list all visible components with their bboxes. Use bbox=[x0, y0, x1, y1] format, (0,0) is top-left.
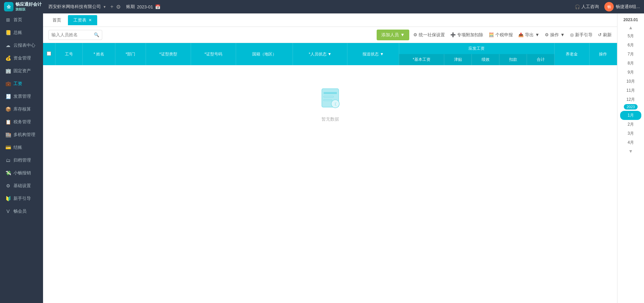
status-col-header[interactable]: *人员状态 ▼ bbox=[293, 43, 347, 65]
date-month-2[interactable]: 2月 bbox=[617, 120, 644, 129]
sidebar-item-label: 首页 bbox=[13, 17, 22, 23]
archive-icon: 🗂 bbox=[5, 158, 11, 163]
svg-rect-2 bbox=[324, 96, 334, 97]
sidebar: ⊞ 首页 📒 总账 ☁ 云报表中心 💰 资金管理 🏢 固定资产 💼 工资 bbox=[0, 13, 43, 303]
sidebar-item-member[interactable]: V 畅会员 bbox=[0, 205, 43, 218]
social-security-label: 统一社保设置 bbox=[419, 32, 445, 38]
empty-text: 暂无数据 bbox=[321, 116, 339, 122]
sidebar-item-archive[interactable]: 🗂 归档管理 bbox=[0, 154, 43, 167]
main-area: ⊞ 首页 📒 总账 ☁ 云报表中心 💰 资金管理 🏢 固定资产 💼 工资 bbox=[0, 13, 644, 303]
add-person-button[interactable]: 添加人员 ▼ bbox=[377, 30, 409, 40]
date-month-4[interactable]: 4月 bbox=[617, 138, 644, 147]
social-security-button[interactable]: ⚙ 统一社保设置 bbox=[413, 32, 445, 38]
date-month-12[interactable]: 12月 bbox=[617, 95, 644, 104]
refresh-icon: ↺ bbox=[598, 32, 602, 37]
svg-rect-1 bbox=[324, 92, 337, 94]
sidebar-item-payroll[interactable]: 💼 工资 bbox=[0, 77, 43, 90]
personal-tax-button[interactable]: 🧮 个税申报 bbox=[489, 32, 513, 38]
search-input-wrapper[interactable]: 🔍 bbox=[48, 30, 102, 40]
report-status-col-header[interactable]: 报送状态 ▼ bbox=[347, 43, 399, 65]
base-salary-sub-header: *基本工资 bbox=[399, 54, 444, 65]
user-info[interactable]: 畅 畅捷通B组... bbox=[604, 2, 640, 11]
inventory-icon: 📦 bbox=[5, 106, 11, 112]
employee-id-col-header: 工号 bbox=[55, 43, 83, 65]
svg-rect-3 bbox=[324, 99, 332, 101]
sidebar-item-label: 结账 bbox=[13, 144, 22, 150]
sidebar-item-tax[interactable]: 📋 税务管理 bbox=[0, 116, 43, 128]
date-month-11[interactable]: 11月 bbox=[617, 86, 644, 95]
date-month-7[interactable]: 7月 bbox=[617, 50, 644, 59]
pension-col-header: 养老金 bbox=[555, 43, 590, 65]
new-guide-label: 新手引导 bbox=[575, 32, 593, 38]
new-guide-button[interactable]: ◎ 新手引导 bbox=[570, 32, 593, 38]
sidebar-item-label: 云报表中心 bbox=[13, 42, 35, 48]
select-all-checkbox[interactable] bbox=[47, 51, 51, 56]
sidebar-item-invoice[interactable]: 🧾 发票管理 bbox=[0, 90, 43, 103]
refresh-button[interactable]: ↺ 刷新 bbox=[598, 32, 612, 38]
sidebar-item-fund[interactable]: 💰 资金管理 bbox=[0, 52, 43, 64]
toolbar: 🔍 添加人员 ▼ ⚙ 统一社保设置 ➕ 专项附加扣除 bbox=[43, 27, 617, 43]
add-company-button[interactable]: + bbox=[110, 4, 113, 10]
id-number-col-header: *证型号码 bbox=[191, 43, 236, 65]
sidebar-item-cloud-report[interactable]: ☁ 云报表中心 bbox=[0, 39, 43, 52]
calendar-icon[interactable]: 📅 bbox=[155, 4, 160, 9]
sidebar-item-ledger[interactable]: 📒 总账 bbox=[0, 26, 43, 39]
sidebar-item-guide[interactable]: 🔰 新手引导 bbox=[0, 192, 43, 205]
operations-button[interactable]: ⚙ 操作 ▼ bbox=[545, 32, 565, 38]
refresh-label: 刷新 bbox=[603, 32, 612, 38]
payroll-table: 工号 * 姓名 *部门 *证型类型 *证型号码 国籍（地区） *人员状态 ▼ 报… bbox=[43, 43, 617, 65]
user-name: 畅捷通B组... bbox=[616, 4, 640, 10]
date-panel-down-nav[interactable]: ▼ bbox=[629, 147, 633, 155]
personal-tax-icon: 🧮 bbox=[489, 32, 494, 37]
date-month-9[interactable]: 9月 bbox=[617, 68, 644, 77]
filter-icon2: ▼ bbox=[380, 52, 384, 56]
cloud-icon: ☁ bbox=[5, 43, 11, 48]
date-month-8[interactable]: 8月 bbox=[617, 59, 644, 68]
home-icon: ⊞ bbox=[5, 17, 11, 23]
company-selector[interactable]: 西安虾米网络科技有限公司 ▼ bbox=[48, 4, 106, 10]
period-value: 2023-01 bbox=[137, 4, 153, 9]
tabs-bar: 首页 工资表 ✕ bbox=[43, 13, 617, 27]
tab-payroll-table[interactable]: 工资表 ✕ bbox=[68, 15, 97, 25]
member-icon: V bbox=[5, 209, 11, 214]
export-button[interactable]: 📤 导出 ▼ bbox=[518, 32, 539, 38]
sidebar-item-multi-org[interactable]: 🏬 多机构管理 bbox=[0, 128, 43, 141]
fund-icon: 💰 bbox=[5, 55, 11, 61]
sidebar-item-label: 发票管理 bbox=[13, 93, 31, 99]
search-input[interactable] bbox=[51, 32, 92, 37]
date-month-3[interactable]: 3月 bbox=[617, 129, 644, 138]
add-person-label: 添加人员 bbox=[381, 32, 399, 38]
date-panel-year-badge: 2023 bbox=[624, 104, 637, 110]
date-panel-up-nav[interactable]: ▲ bbox=[629, 24, 633, 32]
period-label: 账期 bbox=[126, 4, 135, 10]
service-label: 人工咨询 bbox=[581, 4, 599, 10]
sidebar-item-fixed-assets[interactable]: 🏢 固定资产 bbox=[0, 64, 43, 77]
export-label: 导出 bbox=[525, 32, 534, 38]
special-deduction-button[interactable]: ➕ 专项附加扣除 bbox=[450, 32, 483, 38]
nationality-col-header: 国籍（地区） bbox=[236, 43, 293, 65]
dept-col-header: *部门 bbox=[115, 43, 146, 65]
filter-icon: ▼ bbox=[328, 52, 332, 56]
invoice-icon: 🧾 bbox=[5, 94, 11, 99]
date-month-6[interactable]: 6月 bbox=[617, 41, 644, 50]
sidebar-item-label: 基础设置 bbox=[13, 183, 31, 189]
logo-icon: 会 bbox=[4, 2, 13, 11]
tab-home[interactable]: 首页 bbox=[47, 15, 67, 25]
sidebar-item-basic-settings[interactable]: ⚙ 基础设置 bbox=[0, 179, 43, 192]
date-month-10[interactable]: 10月 bbox=[617, 77, 644, 86]
settings-icon-button[interactable]: ⚙ bbox=[116, 4, 121, 10]
sidebar-item-home[interactable]: ⊞ 首页 bbox=[0, 13, 43, 26]
date-month-1[interactable]: 1月 bbox=[620, 111, 641, 120]
id-type-col-header: *证型类型 bbox=[146, 43, 191, 65]
tab-close-icon[interactable]: ✕ bbox=[88, 18, 92, 23]
ledger-icon: 📒 bbox=[5, 30, 11, 35]
logo-text-block: 畅应通好会计 旗舰版 bbox=[15, 2, 42, 12]
sidebar-item-expense[interactable]: 💸 小畅报销 bbox=[0, 167, 43, 179]
service-button[interactable]: 🎧 人工咨询 bbox=[575, 4, 599, 10]
sidebar-item-inventory[interactable]: 📦 库存核算 bbox=[0, 103, 43, 116]
sidebar-item-settlement[interactable]: 💳 结账 bbox=[0, 141, 43, 154]
sidebar-item-label: 归档管理 bbox=[13, 157, 31, 163]
checkbox-col-header[interactable] bbox=[43, 43, 55, 65]
date-month-5[interactable]: 5月 bbox=[617, 32, 644, 41]
sidebar-item-label: 库存核算 bbox=[13, 106, 31, 112]
